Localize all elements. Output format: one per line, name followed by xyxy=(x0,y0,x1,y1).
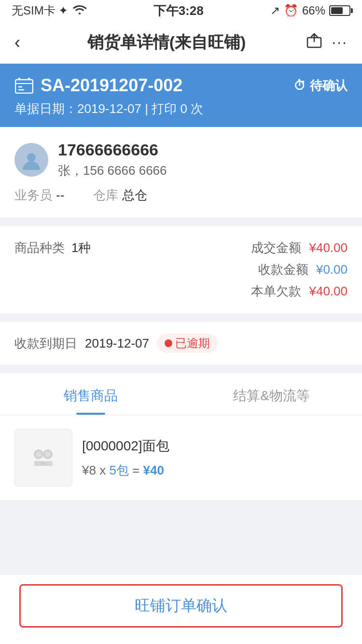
confirm-button[interactable]: 旺铺订单确认 xyxy=(19,584,343,628)
collection-line: 收款金额 ¥0.00 xyxy=(258,261,348,278)
nav-actions: ··· xyxy=(290,33,348,52)
table-row: 野+ [0000002]面包 ¥8 x 5包 = ¥40 xyxy=(0,415,362,501)
battery-icon xyxy=(329,5,350,16)
owed-amount: ¥40.00 xyxy=(309,284,348,299)
product-name: [0000002]面包 xyxy=(82,437,348,455)
overdue-badge: 已逾期 xyxy=(157,334,218,353)
product-list: 野+ [0000002]面包 ¥8 x 5包 = ¥40 xyxy=(0,415,362,501)
svg-text:野+: 野+ xyxy=(41,462,47,466)
svg-rect-1 xyxy=(15,80,33,93)
svg-point-6 xyxy=(45,451,51,457)
stats-section: 商品种类 1种 成交金额 ¥40.00 收款金额 ¥0.00 本单欠款 ¥40.… xyxy=(0,226,362,313)
customer-section: 17666666666 张，156 6666 6666 业务员 -- 仓库 总仓 xyxy=(0,127,362,217)
order-date: 单据日期：2019-12-07 | 打印 0 次 xyxy=(14,100,348,117)
product-price-row: ¥8 x 5包 = ¥40 xyxy=(82,462,348,479)
product-total: ¥40 xyxy=(143,463,164,477)
status-right: ↗ ⏰ 66% xyxy=(270,4,350,17)
warehouse-value: 总仓 xyxy=(122,187,147,204)
overdue-dot-icon xyxy=(165,339,172,347)
svg-point-4 xyxy=(36,451,42,457)
amounts: 成交金额 ¥40.00 收款金额 ¥0.00 本单欠款 ¥40.00 xyxy=(251,239,348,300)
tab-settlement-label: 结算&物流等 xyxy=(233,388,310,403)
confirm-button-label: 旺铺订单确认 xyxy=(135,595,227,616)
product-types-value: 1种 xyxy=(71,239,91,256)
order-icon xyxy=(14,76,34,95)
warehouse-label: 仓库 xyxy=(93,187,118,204)
tab-settlement[interactable]: 结算&物流等 xyxy=(181,373,362,415)
meta-row: 业务员 -- 仓库 总仓 xyxy=(14,187,348,204)
share-icon[interactable] xyxy=(306,33,322,52)
customer-name: 张，156 6666 6666 xyxy=(58,162,348,179)
customer-row: 17666666666 张，156 6666 6666 xyxy=(14,140,348,179)
due-date: 2019-12-07 xyxy=(85,336,149,351)
svg-point-2 xyxy=(27,153,36,162)
page-title: 销货单详情(来自旺铺) xyxy=(43,31,290,54)
salesperson-value: -- xyxy=(56,188,64,203)
salesperson-item: 业务员 -- xyxy=(14,187,64,204)
due-label: 收款到期日 xyxy=(14,335,77,352)
product-separator: = xyxy=(132,463,143,477)
battery-percent: 66% xyxy=(302,4,325,17)
wifi-icon xyxy=(73,4,86,17)
owed-line: 本单欠款 ¥40.00 xyxy=(251,283,348,300)
salesperson-label: 业务员 xyxy=(14,187,52,204)
alarm-icon: ⏰ xyxy=(284,4,298,17)
product-types: 商品种类 1种 xyxy=(14,239,251,256)
header-banner: SA-20191207-002 ⏱ 待确认 单据日期：2019-12-07 | … xyxy=(0,64,362,127)
collection-label: 收款金额 xyxy=(258,261,308,278)
avatar xyxy=(14,143,48,177)
transaction-amount: ¥40.00 xyxy=(309,240,348,255)
customer-phone: 17666666666 xyxy=(58,140,348,159)
more-icon[interactable]: ··· xyxy=(332,33,348,51)
transaction-line: 成交金额 ¥40.00 xyxy=(251,239,348,256)
customer-info: 17666666666 张，156 6666 6666 xyxy=(58,140,348,179)
back-button[interactable]: ‹ xyxy=(14,32,43,53)
overdue-text: 已逾期 xyxy=(175,336,210,351)
warehouse-item: 仓库 总仓 xyxy=(93,187,147,204)
order-id-row: SA-20191207-002 ⏱ 待确认 xyxy=(14,75,348,96)
nav-bar: ‹ 销货单详情(来自旺铺) ··· xyxy=(0,21,362,64)
bottom-bar: 旺铺订单确认 xyxy=(0,574,362,644)
tab-products[interactable]: 销售商品 xyxy=(0,373,181,415)
product-thumbnail: 野+ xyxy=(14,429,72,487)
status-badge: ⏱ 待确认 xyxy=(293,77,348,94)
owed-label: 本单欠款 xyxy=(251,283,301,300)
order-id-text: SA-20191207-002 xyxy=(41,75,182,96)
sim-status: 无SIM卡 ✦ xyxy=(12,3,68,18)
status-bar: 无SIM卡 ✦ 下午3:28 ↗ ⏰ 66% xyxy=(0,0,362,21)
product-qty: 5包 xyxy=(109,463,128,477)
product-info: [0000002]面包 ¥8 x 5包 = ¥40 xyxy=(82,437,348,479)
status-time: 下午3:28 xyxy=(153,2,204,19)
collection-amount: ¥0.00 xyxy=(316,262,348,277)
clock-icon: ⏱ xyxy=(293,78,306,93)
due-section: 收款到期日 2019-12-07 已逾期 xyxy=(0,322,362,364)
tabs-section: 销售商品 结算&物流等 xyxy=(0,373,362,415)
tab-products-label: 销售商品 xyxy=(64,388,118,403)
transaction-label: 成交金额 xyxy=(251,239,301,256)
product-types-label: 商品种类 xyxy=(14,239,65,256)
product-price: ¥8 x xyxy=(82,463,106,477)
location-icon: ↗ xyxy=(270,4,280,17)
status-left: 无SIM卡 ✦ xyxy=(12,3,86,18)
